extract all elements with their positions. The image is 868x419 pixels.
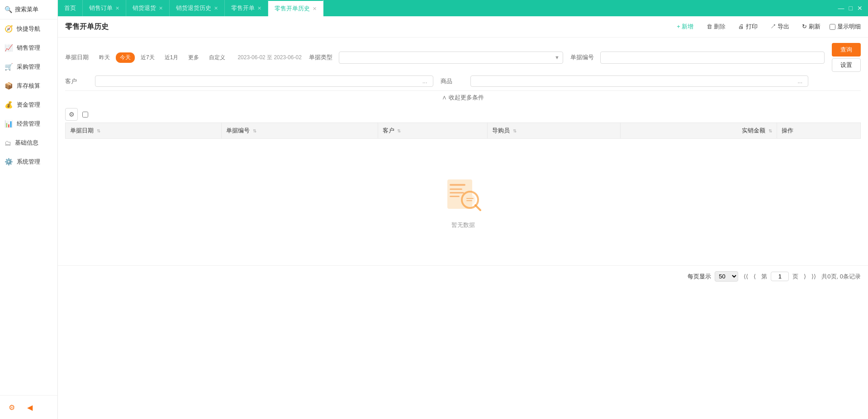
show-detail-input[interactable] <box>830 24 835 30</box>
svg-rect-2 <box>450 188 462 190</box>
sidebar-item-sales-mgmt[interactable]: 📈 销售管理 <box>0 38 57 57</box>
sidebar-item-sys-mgmt[interactable]: ⚙️ 系统管理 <box>0 152 57 171</box>
tab-sales-order-label: 销售订单 <box>89 4 113 12</box>
settings-button[interactable]: ⚙ <box>5 400 19 414</box>
show-detail-checkbox[interactable]: 显示明细 <box>830 23 861 31</box>
customer-picker[interactable]: ... <box>421 78 429 85</box>
collapse-icon: ◀ <box>27 403 33 412</box>
select-all-checkbox[interactable] <box>82 112 88 118</box>
sidebar-item-inventory[interactable]: 📦 库存核算 <box>0 76 57 95</box>
collapse-more-label: ∧ 收起更多条件 <box>442 94 484 102</box>
sidebar-item-label: 销售管理 <box>17 44 40 52</box>
date-btn-1month[interactable]: 近1月 <box>161 52 183 63</box>
delete-button[interactable]: 🗑 删除 <box>703 21 730 33</box>
sidebar-item-operation[interactable]: 📊 经营管理 <box>0 114 57 133</box>
empty-icon <box>441 175 486 216</box>
sidebar-item-label: 资金管理 <box>17 101 40 109</box>
tab-retail-open-close[interactable]: ✕ <box>257 5 261 11</box>
tab-sales-return-history-label: 销货退货历史 <box>176 4 211 12</box>
print-button[interactable]: 🖨 打印 <box>735 21 761 33</box>
date-btn-custom[interactable]: 自定义 <box>205 52 229 63</box>
sort-customer-icon: ⇅ <box>397 128 401 133</box>
data-table: 单据日期 ⇅ 单据编号 ⇅ 客户 ⇅ 导购员 ⇅ <box>65 122 861 139</box>
page-number-input[interactable] <box>771 272 789 281</box>
sidebar-item-base-info[interactable]: 🗂 基础信息 <box>0 133 57 152</box>
product-picker[interactable]: ... <box>796 78 804 85</box>
sidebar-item-purchase-mgmt[interactable]: 🛒 采购管理 <box>0 57 57 76</box>
per-page-select[interactable]: 50 10 20 100 <box>715 271 738 282</box>
bill-type-select[interactable] <box>339 52 563 64</box>
page-suffix: 页 <box>791 272 800 282</box>
date-filter-buttons: 昨天 今天 近7天 近1月 更多 自定义 <box>95 52 229 63</box>
svg-line-7 <box>475 205 480 210</box>
tab-sales-return-close[interactable]: ✕ <box>159 5 163 11</box>
sidebar-item-label: 经营管理 <box>17 120 40 128</box>
window-close-button[interactable]: ✕ <box>857 5 863 12</box>
page-nav: ⟨⟨ ⟨ 第 页 ⟩ ⟩⟩ <box>742 272 818 282</box>
window-maximize-button[interactable]: □ <box>849 5 853 12</box>
tab-home[interactable]: 首页 <box>58 0 83 16</box>
date-btn-7days[interactable]: 近7天 <box>137 52 159 63</box>
sales-mgmt-icon: 📈 <box>5 44 13 52</box>
finance-icon: 💰 <box>5 101 13 109</box>
page-last-button[interactable]: ⟩⟩ <box>810 272 818 281</box>
sidebar-search-label: 搜索菜单 <box>15 5 38 14</box>
tab-retail-open[interactable]: 零售开单 ✕ <box>225 0 268 16</box>
bill-type-select-wrapper: ▼ <box>339 52 563 64</box>
bill-type-label: 单据类型 <box>309 53 336 61</box>
product-input[interactable] <box>474 78 796 85</box>
customer-input[interactable] <box>99 78 421 85</box>
gear-icon: ⚙ <box>69 111 75 118</box>
sidebar-item-finance[interactable]: 💰 资金管理 <box>0 95 57 114</box>
page-header: 零售开单历史 + 新增 🗑 删除 🖨 打印 ↗ 导出 ↻ 刷新 显示明细 <box>58 16 868 38</box>
sidebar-item-quick-nav[interactable]: 🧭 快捷导航 <box>0 19 57 38</box>
operation-icon: 📊 <box>5 120 13 128</box>
tabs-bar: 首页 销售订单 ✕ 销货退货 ✕ 销货退货历史 ✕ 零售开单 ✕ 零售开单历史 … <box>58 0 868 16</box>
col-salesperson[interactable]: 导购员 ⇅ <box>488 123 621 139</box>
tabs-bar-end: — □ ✕ <box>838 5 868 12</box>
col-customer[interactable]: 客户 ⇅ <box>378 123 488 139</box>
tab-sales-order[interactable]: 销售订单 ✕ <box>83 0 126 16</box>
page-content: 零售开单历史 + 新增 🗑 删除 🖨 打印 ↗ 导出 ↻ 刷新 显示明细 单据日… <box>58 16 868 419</box>
tab-retail-open-history-close[interactable]: ✕ <box>313 6 317 12</box>
bill-no-input[interactable] <box>600 52 825 64</box>
date-btn-more[interactable]: 更多 <box>184 52 203 63</box>
date-btn-yesterday[interactable]: 昨天 <box>95 52 114 63</box>
toolbar: + 新增 🗑 删除 🖨 打印 ↗ 导出 ↻ 刷新 显示明细 <box>673 21 861 33</box>
main-area: 首页 销售订单 ✕ 销货退货 ✕ 销货退货历史 ✕ 零售开单 ✕ 零售开单历史 … <box>58 0 868 419</box>
tab-sales-return[interactable]: 销货退货 ✕ <box>126 0 170 16</box>
svg-point-6 <box>465 194 475 205</box>
tab-home-label: 首页 <box>64 4 76 12</box>
page-next-button[interactable]: ⟩ <box>802 272 808 281</box>
page-first-button[interactable]: ⟨⟨ <box>742 272 750 281</box>
sidebar-search[interactable]: 🔍 搜索菜单 <box>0 0 57 19</box>
sidebar-item-label: 基础信息 <box>15 139 38 147</box>
page-prev-button[interactable]: ⟨ <box>752 272 758 281</box>
window-minimize-button[interactable]: — <box>838 5 844 12</box>
refresh-button[interactable]: ↻ 刷新 <box>798 21 824 33</box>
bill-no-label: 单据编号 <box>570 53 598 61</box>
sidebar-item-label: 库存核算 <box>17 82 40 90</box>
search-icon: 🔍 <box>5 6 12 13</box>
export-button[interactable]: ↗ 导出 <box>767 21 793 33</box>
collapse-more-button[interactable]: ∧ 收起更多条件 <box>65 90 861 104</box>
inventory-icon: 📦 <box>5 82 13 90</box>
query-button[interactable]: 查询 <box>832 43 861 56</box>
tab-sales-return-history[interactable]: 销货退货历史 ✕ <box>170 0 225 16</box>
add-button[interactable]: + 新增 <box>673 21 697 33</box>
customer-label: 客户 <box>65 77 92 85</box>
date-btn-today[interactable]: 今天 <box>116 52 135 63</box>
tab-retail-open-history[interactable]: 零售开单历史 ✕ <box>268 0 323 16</box>
col-amount[interactable]: 实销金额 ⇅ <box>621 123 777 139</box>
table-settings-button[interactable]: ⚙ <box>65 108 78 121</box>
sidebar-item-label: 采购管理 <box>17 63 40 71</box>
setting-button[interactable]: 设置 <box>832 58 861 72</box>
tab-sales-return-history-close[interactable]: ✕ <box>214 5 218 11</box>
base-info-icon: 🗂 <box>5 139 11 147</box>
table-area: ⚙ 单据日期 ⇅ 单据编号 ⇅ <box>58 104 868 265</box>
tab-sales-order-close[interactable]: ✕ <box>115 5 119 11</box>
collapse-sidebar-button[interactable]: ◀ <box>23 400 37 414</box>
svg-rect-4 <box>450 196 460 197</box>
col-no[interactable]: 单据编号 ⇅ <box>222 123 378 139</box>
col-date[interactable]: 单据日期 ⇅ <box>66 123 222 139</box>
